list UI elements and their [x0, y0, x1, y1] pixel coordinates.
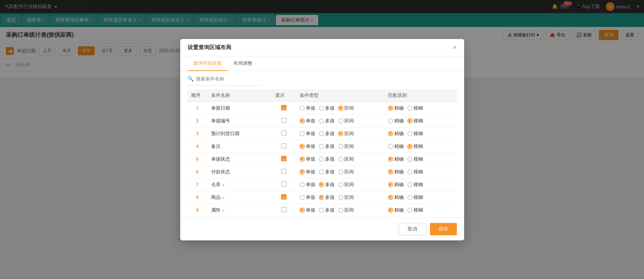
tab-layout-adjust-label: 布局调整	[233, 60, 252, 66]
modal-title: 设置查询区域布局	[187, 44, 231, 51]
search-condition-box: 🔍	[187, 75, 260, 78]
tab-layout-adjust[interactable]: 布局调整	[228, 56, 258, 71]
settings-modal: 设置查询区域布局 × 查询字段设置 布局调整 🔍	[180, 39, 464, 78]
tab-query-fields-label: 查询字段设置	[193, 60, 222, 66]
modal-overlay: 设置查询区域布局 × 查询字段设置 布局调整 🔍	[0, 0, 644, 77]
search-condition-input[interactable]	[194, 75, 260, 78]
tab-query-fields[interactable]: 查询字段设置	[187, 56, 228, 71]
modal-body: 🔍 顺序 条件名称 显示 条件类型 匹配原则	[180, 71, 464, 78]
modal-close-btn[interactable]: ×	[453, 44, 457, 51]
modal-tabs: 查询字段设置 布局调整	[180, 56, 464, 71]
modal-header: 设置查询区域布局 ×	[180, 39, 464, 56]
search-icon: 🔍	[187, 76, 194, 77]
